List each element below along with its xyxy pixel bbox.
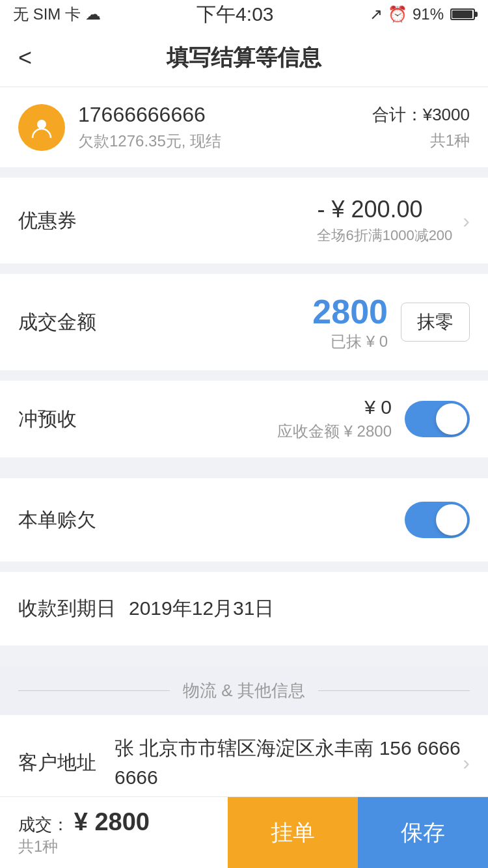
avatar	[18, 104, 65, 151]
credit-toggle[interactable]	[405, 502, 470, 538]
location-icon: ↗	[370, 5, 383, 23]
prereceive-right: ¥ 0 应收金额 ¥ 2800	[277, 396, 470, 442]
sim-label: 无 SIM 卡 ☁	[13, 4, 101, 25]
address-value: 张 北京市市辖区海淀区永丰南 156 6666 6666	[115, 733, 463, 792]
amount-label: 成交金额	[18, 309, 96, 336]
header-line-left	[18, 690, 170, 691]
credit-toggle-knob	[436, 504, 467, 536]
bottom-bar: 成交： ¥ 2800 共1种 挂单 保存	[0, 796, 488, 868]
coupon-section: 优惠券 - ¥ 200.00 全场6折满1000减200 ›	[0, 178, 488, 264]
customer-right: 合计：¥3000 共1种	[372, 103, 470, 151]
divider-1	[0, 468, 488, 478]
amount-right: 2800 已抹 ¥ 0 抹零	[312, 292, 470, 352]
total-count: 共1种	[372, 130, 470, 151]
nav-bar: < 填写结算等信息	[0, 29, 488, 87]
customer-info: 17666666666 欠款1276.35元, 现结	[78, 103, 221, 152]
svg-point-0	[37, 120, 46, 129]
alarm-icon: ⏰	[388, 5, 407, 23]
header-line-right	[318, 690, 470, 691]
back-button[interactable]: <	[18, 44, 32, 72]
toggle-knob	[436, 403, 467, 435]
page-title: 填写结算等信息	[167, 43, 321, 73]
amount-erased: 已抹 ¥ 0	[312, 331, 388, 352]
address-chevron-icon: ›	[463, 751, 470, 775]
prereceive-value: ¥ 0	[277, 396, 392, 418]
coupon-row[interactable]: 优惠券 - ¥ 200.00 全场6折满1000减200 ›	[0, 178, 488, 264]
credit-row: 本单赊欠	[0, 478, 488, 562]
due-date-label: 收款到期日	[18, 595, 116, 622]
bottom-summary: 成交： ¥ 2800 共1种	[0, 808, 228, 857]
battery-icon	[450, 8, 475, 20]
status-right: ↗ ⏰ 91%	[370, 5, 475, 23]
coupon-sub: 全场6折满1000减200	[317, 226, 452, 245]
prereceive-amounts: ¥ 0 应收金额 ¥ 2800	[277, 396, 392, 442]
chevron-right-icon: ›	[463, 209, 470, 233]
amount-value-col: 2800 已抹 ¥ 0	[312, 292, 388, 352]
round-button[interactable]: 抹零	[401, 303, 470, 342]
summary-amount: ¥ 2800	[74, 808, 150, 835]
address-label: 客户地址	[18, 750, 96, 776]
prereceive-row: 冲预收 ¥ 0 应收金额 ¥ 2800	[0, 381, 488, 457]
coupon-amount-col: - ¥ 200.00 全场6折满1000减200	[317, 196, 452, 245]
total-amount: ¥3000	[423, 105, 470, 124]
hang-button[interactable]: 挂单	[228, 797, 358, 869]
due-date-value: 2019年12月31日	[129, 595, 274, 622]
customer-subtitle: 欠款1276.35元, 现结	[78, 131, 221, 152]
logistics-header-text: 物流 & 其他信息	[170, 679, 318, 702]
credit-label: 本单赊欠	[18, 507, 96, 534]
prereceive-toggle[interactable]	[405, 401, 470, 437]
coupon-right: - ¥ 200.00 全场6折满1000减200 ›	[317, 196, 470, 245]
status-bar: 无 SIM 卡 ☁ 下午4:03 ↗ ⏰ 91%	[0, 0, 488, 29]
summary-label: 成交：	[18, 815, 69, 834]
customer-card: 17666666666 欠款1276.35元, 现结 合计：¥3000 共1种	[0, 87, 488, 167]
amount-row: 成交金额 2800 已抹 ¥ 0 抹零	[0, 274, 488, 370]
date-row: 收款到期日 2019年12月31日	[0, 572, 488, 645]
customer-phone: 17666666666	[78, 103, 221, 127]
battery-percent: 91%	[413, 5, 444, 23]
prereceive-section: 冲预收 ¥ 0 应收金额 ¥ 2800	[0, 381, 488, 457]
amount-big: 2800	[312, 292, 388, 331]
coupon-label: 优惠券	[18, 208, 77, 234]
status-left: 无 SIM 卡 ☁	[13, 4, 101, 25]
status-time: 下午4:03	[197, 1, 273, 28]
summary-count: 共1种	[18, 836, 210, 857]
customer-left: 17666666666 欠款1276.35元, 现结	[18, 103, 221, 152]
logistics-header: 物流 & 其他信息	[0, 666, 488, 715]
prereceive-label: 冲预收	[18, 406, 77, 433]
main-content: 17666666666 欠款1276.35元, 现结 合计：¥3000 共1种 …	[0, 87, 488, 868]
total-label: 合计：¥3000	[372, 103, 470, 126]
amount-section: 成交金额 2800 已抹 ¥ 0 抹零	[0, 274, 488, 370]
bottom-summary-top: 成交： ¥ 2800	[18, 808, 210, 836]
prereceive-sub: 应收金额 ¥ 2800	[277, 421, 392, 442]
save-button[interactable]: 保存	[358, 797, 488, 869]
coupon-amount: - ¥ 200.00	[317, 196, 452, 223]
divider-2	[0, 656, 488, 666]
